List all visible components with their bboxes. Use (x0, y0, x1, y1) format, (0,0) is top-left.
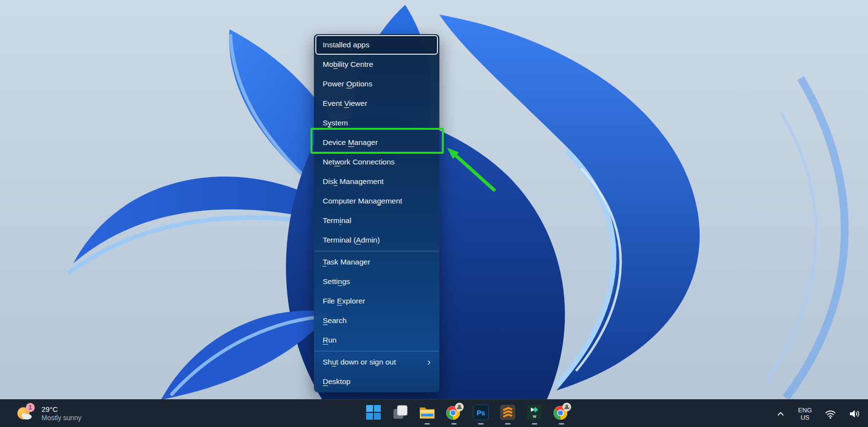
running-indicator (532, 423, 537, 425)
photoshop-icon: Ps (473, 404, 489, 423)
winx-menu: Installed appsMobility CentrePower Optio… (314, 34, 439, 392)
menu-item-label: Search (323, 316, 347, 325)
menu-item-search[interactable]: Search (314, 311, 439, 330)
menu-item-label: Network Connections (323, 158, 394, 166)
svg-text:Ps: Ps (476, 409, 485, 417)
weather-temperature: 29°C (41, 405, 82, 414)
running-indicator (425, 423, 430, 425)
folder-icon (419, 404, 435, 423)
running-indicator (559, 423, 564, 425)
menu-item-computer-management[interactable]: Computer Management (314, 191, 439, 211)
running-indicator (505, 423, 511, 425)
taskbar-icon-start[interactable] (362, 402, 385, 425)
menu-item-label: Device Manager (323, 138, 378, 147)
taskbar-icon-photoshop[interactable]: Ps (469, 402, 493, 425)
menu-item-label: Event Viewer (323, 99, 367, 108)
menu-item-terminal-admin[interactable]: Terminal (Admin) (314, 230, 439, 250)
language-indicator[interactable]: ENG US (796, 405, 814, 423)
running-indicator (452, 423, 457, 425)
menu-item-shut-down-or-sign-out[interactable]: Shut down or sign out› (314, 352, 439, 372)
menu-item-label: Terminal (323, 216, 351, 225)
menu-item-label: Settings (323, 277, 350, 286)
menu-item-label: Power Options (323, 80, 372, 88)
menu-item-power-options[interactable]: Power Options (314, 74, 439, 94)
menu-item-installed-apps[interactable]: Installed apps (315, 35, 438, 55)
menu-separator (314, 351, 439, 351)
wifi-icon[interactable] (823, 407, 838, 421)
menu-item-label: System (323, 119, 348, 127)
menu-item-settings[interactable]: Settings (314, 272, 439, 291)
menu-item-network-connections[interactable]: Network Connections (314, 152, 439, 172)
menu-item-event-viewer[interactable]: Event Viewer (314, 94, 439, 113)
taskbar: 1 29°C Mostly sunny Ps (0, 399, 868, 427)
svg-text:1: 1 (29, 404, 32, 411)
menu-item-run[interactable]: Run (314, 330, 439, 350)
region-code: US (801, 414, 809, 421)
filmora-icon: w (526, 404, 543, 423)
menu-item-disk-management[interactable]: Disk Management (314, 172, 439, 191)
chrome-icon (444, 403, 464, 424)
menu-item-system[interactable]: System (314, 113, 439, 133)
volume-icon[interactable] (847, 407, 863, 421)
system-tray: ENG US (774, 400, 863, 427)
menu-item-label: Desktop (323, 377, 351, 386)
taskbar-icon-filmora[interactable]: w (523, 402, 546, 425)
windows-start-icon (365, 404, 382, 423)
taskbar-icon-sublime-text[interactable] (496, 402, 519, 425)
taskbar-icon-chrome[interactable] (442, 402, 466, 425)
submenu-chevron-icon: › (427, 357, 431, 366)
menu-item-label: Run (323, 336, 336, 345)
language-code: ENG (798, 407, 812, 414)
menu-item-label: Computer Management (323, 197, 402, 205)
menu-item-label: Terminal (Admin) (323, 236, 380, 244)
menu-item-label: Task Manager (323, 258, 370, 266)
menu-item-label: File Explorer (323, 297, 365, 305)
taskbar-icon-chrome-profile-2[interactable] (550, 402, 573, 425)
menu-item-label: Mobility Centre (323, 60, 373, 69)
menu-item-desktop[interactable]: Desktop (314, 372, 439, 391)
menu-separator (314, 251, 439, 251)
weather-text: 29°C Mostly sunny (41, 405, 82, 422)
menu-item-file-explorer[interactable]: File Explorer (314, 291, 439, 311)
screen: Installed appsMobility CentrePower Optio… (0, 0, 868, 427)
menu-item-label: Disk Management (323, 177, 384, 186)
running-indicator (478, 423, 484, 425)
svg-text:w: w (532, 414, 537, 419)
menu-item-task-manager[interactable]: Task Manager (314, 252, 439, 272)
taskbar-icon-task-view[interactable] (389, 402, 412, 425)
task-view-icon (392, 404, 409, 423)
menu-item-mobility-centre[interactable]: Mobility Centre (314, 55, 439, 74)
menu-item-device-manager[interactable]: Device Manager (314, 133, 439, 152)
weather-condition: Mostly sunny (41, 414, 82, 422)
weather-widget[interactable]: 1 29°C Mostly sunny (11, 400, 85, 427)
chrome-icon (552, 403, 571, 424)
weather-sun-cloud-icon: 1 (15, 402, 37, 426)
menu-item-terminal[interactable]: Terminal (314, 211, 439, 230)
menu-item-label: Shut down or sign out (323, 358, 396, 366)
taskbar-icon-file-explorer[interactable] (415, 402, 439, 425)
sublime-icon (499, 404, 516, 423)
hidden-icons-chevron-icon[interactable] (774, 407, 787, 421)
taskbar-app-icons: Ps w (362, 402, 573, 425)
menu-item-label: Installed apps (323, 41, 370, 49)
